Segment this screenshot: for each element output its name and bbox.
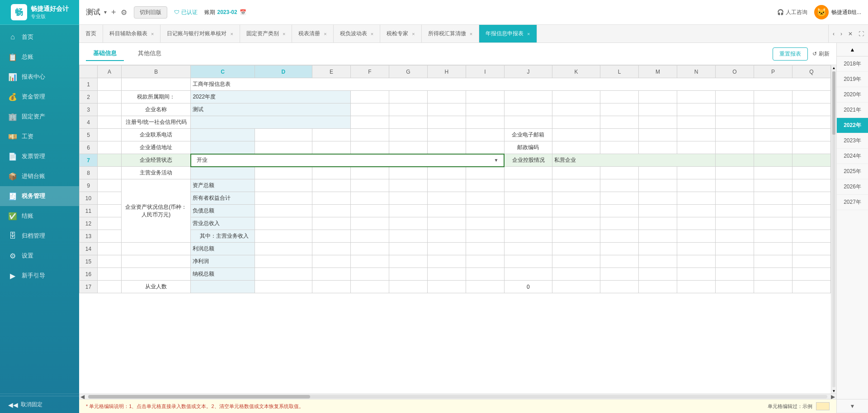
cell-17-l[interactable]	[600, 281, 639, 293]
year-panel-down-nav[interactable]: ▼	[837, 399, 868, 413]
cell-12-p[interactable]	[754, 217, 792, 230]
cell-3-k[interactable]	[552, 103, 600, 116]
cell-9-m[interactable]	[639, 179, 677, 192]
cell-3-c[interactable]: 测试	[191, 103, 351, 116]
sidebar-item-settings[interactable]: ⚙ 设置	[0, 246, 79, 266]
year-item-2026年[interactable]: 2026年	[837, 179, 868, 195]
cell-10-a[interactable]	[98, 192, 122, 205]
cell-15-e[interactable]	[312, 255, 351, 268]
topbar-dropdown-btn[interactable]: ▾	[104, 9, 107, 15]
cell-8-j[interactable]	[504, 167, 552, 179]
cell-8-n[interactable]	[677, 167, 716, 179]
cell-1-a[interactable]	[98, 78, 122, 91]
cell-5-q[interactable]	[792, 129, 830, 141]
cell-6-p[interactable]	[754, 141, 792, 154]
tab-税负波动表[interactable]: 税负波动表×	[334, 25, 380, 43]
cell-5-a[interactable]	[98, 129, 122, 141]
cell-5-p[interactable]	[754, 129, 792, 141]
cell-9-o[interactable]	[716, 179, 754, 192]
sidebar-item-home[interactable]: ⌂ 首页	[0, 27, 79, 47]
cell-1-b[interactable]	[122, 78, 191, 91]
spreadsheet-body[interactable]: A B C D E F G H I J K L	[79, 65, 831, 394]
cell-12-m[interactable]	[639, 217, 677, 230]
cell-17-j[interactable]: 0	[504, 281, 552, 293]
cell-4-i[interactable]	[466, 116, 504, 129]
sidebar-item-asset[interactable]: 🏢 固定资产	[0, 107, 79, 127]
cell-11-q[interactable]	[792, 205, 830, 217]
vscroll-thumb[interactable]	[832, 71, 835, 135]
refresh-btn[interactable]: ↺ 刷新	[812, 50, 830, 58]
cell-14-f[interactable]	[350, 243, 389, 255]
cell-4-g[interactable]	[389, 116, 427, 129]
cell-11-f[interactable]	[350, 205, 389, 217]
cell-4-q[interactable]	[792, 116, 830, 129]
reset-btn[interactable]: 重置报表	[773, 47, 808, 61]
cell-3-n[interactable]	[677, 103, 716, 116]
cell-12-l[interactable]	[600, 217, 639, 230]
cell-7-o[interactable]	[716, 154, 754, 167]
cell-9-j[interactable]	[504, 179, 552, 192]
cell-11-l[interactable]	[600, 205, 639, 217]
cell-4-j[interactable]	[504, 116, 552, 129]
cell-11-d[interactable]	[255, 205, 312, 217]
cell-5-l[interactable]	[600, 129, 639, 141]
sidebar-item-finance[interactable]: 💰 资金管理	[0, 87, 79, 107]
cell-13-n[interactable]	[639, 230, 677, 243]
cell-16-e[interactable]	[312, 268, 351, 281]
cell-6-i[interactable]	[466, 141, 504, 154]
tab-close-btn[interactable]: ×	[230, 31, 233, 37]
cell-15-p[interactable]	[754, 255, 792, 268]
year-item-2021年[interactable]: 2021年	[837, 103, 868, 118]
cell-11-e[interactable]	[312, 205, 351, 217]
cell-12-a[interactable]	[98, 217, 122, 230]
cell-16-c[interactable]: 纳税总额	[191, 268, 255, 281]
cell-11-j[interactable]	[504, 205, 552, 217]
cell-15-m[interactable]	[639, 255, 677, 268]
old-version-btn[interactable]: 切到旧版	[134, 6, 167, 19]
cell-8-q[interactable]	[792, 167, 830, 179]
cell-3-l[interactable]	[600, 103, 639, 116]
cell-12-e[interactable]	[312, 217, 351, 230]
cell-2-i[interactable]	[466, 91, 504, 103]
year-item-2025年[interactable]: 2025年	[837, 164, 868, 179]
cell-13-a[interactable]	[98, 230, 122, 243]
cell-12-i[interactable]	[466, 217, 504, 230]
sidebar-item-invoice[interactable]: 📄 发票管理	[0, 146, 79, 166]
cell-6-a[interactable]	[98, 141, 122, 154]
cell-15-a[interactable]	[98, 255, 122, 268]
user-menu-btn[interactable]: 🐱 畅捷通B组...	[814, 5, 861, 19]
tab-close-btn[interactable]: ×	[151, 31, 154, 37]
cell-12-k[interactable]	[552, 217, 600, 230]
cell-2-h[interactable]	[427, 91, 466, 103]
cell-10-c[interactable]: 所有者权益合计	[191, 192, 255, 205]
cell-15-n[interactable]	[677, 255, 716, 268]
tab-固定资产类别[interactable]: 固定资产类别×	[240, 25, 292, 43]
tab-prev-btn[interactable]: ‹	[831, 30, 836, 38]
cell-4-h[interactable]	[427, 116, 466, 129]
cell-3-o[interactable]	[716, 103, 754, 116]
cell-16-l[interactable]	[600, 268, 639, 281]
cell-13-d[interactable]: 其中：主营业务收入	[191, 230, 255, 243]
sidebar-item-ledger[interactable]: 📋 总账	[0, 47, 79, 67]
cell-2-c[interactable]: 2022年度	[191, 91, 351, 103]
sidebar-collapse-btn[interactable]: ◀◀ 取消固定	[0, 396, 79, 413]
cell-13-e[interactable]	[255, 230, 312, 243]
cell-10-n[interactable]	[677, 192, 716, 205]
cell-12-n[interactable]	[677, 217, 716, 230]
year-item-2020年[interactable]: 2020年	[837, 87, 868, 103]
cell-15-i[interactable]	[466, 255, 504, 268]
cell-8-c[interactable]	[191, 167, 255, 179]
cell-3-g[interactable]	[389, 103, 427, 116]
cell-4-o[interactable]	[716, 116, 754, 129]
cell-5-k[interactable]	[552, 129, 600, 141]
cell-14-d[interactable]	[255, 243, 312, 255]
cell-3-m[interactable]	[639, 103, 677, 116]
cell-14-k[interactable]	[552, 243, 600, 255]
cell-8-p[interactable]	[754, 167, 792, 179]
cell-15-h[interactable]	[427, 255, 466, 268]
cell-6-q[interactable]	[792, 141, 830, 154]
sidebar-item-settle[interactable]: ✅ 结账	[0, 206, 79, 226]
cell-4-a[interactable]	[98, 116, 122, 129]
cell-10-j[interactable]	[504, 192, 552, 205]
cell-9-d[interactable]	[255, 179, 312, 192]
